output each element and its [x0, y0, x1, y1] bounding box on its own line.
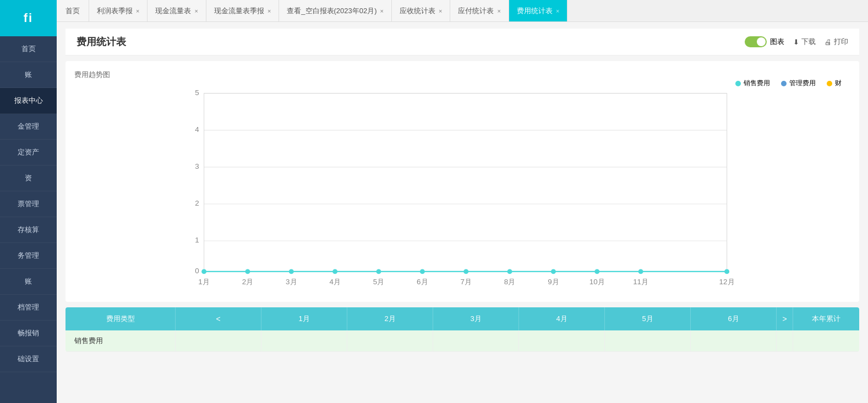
tab-ap[interactable]: 应付统计表 ×: [450, 0, 509, 22]
tab-blank[interactable]: 查看_空白报表(2023年02月) ×: [279, 0, 392, 22]
download-button[interactable]: ⬇ 下载: [793, 37, 816, 47]
sidebar-item-capital[interactable]: 资: [0, 165, 57, 191]
svg-text:2月: 2月: [242, 278, 253, 286]
next-month-button[interactable]: >: [779, 314, 790, 323]
sidebar-logo: fi: [0, 0, 57, 36]
sidebar-item-settings[interactable]: 础设置: [0, 346, 57, 372]
svg-text:0: 0: [195, 267, 199, 275]
td-m6: [691, 330, 777, 351]
sidebar-item-finance[interactable]: 金管理: [0, 114, 57, 140]
table-row: 销售费用: [65, 330, 859, 352]
tab-close-profit[interactable]: ×: [136, 8, 139, 14]
th-next-btn[interactable]: >: [777, 307, 793, 330]
tab-expense[interactable]: 费用统计表 ×: [509, 0, 567, 22]
td-m2: [347, 330, 433, 351]
th-month-5: 5月: [605, 307, 691, 330]
sidebar-item-home[interactable]: 首页: [0, 36, 57, 62]
tab-cashflow-q[interactable]: 现金流量表季报 ×: [206, 0, 279, 22]
main-area: 首页 利润表季报 × 现金流量表 × 现金流量表季报 × 查看_空白报表(202…: [57, 0, 868, 403]
tab-close-expense[interactable]: ×: [556, 8, 559, 14]
sidebar-item-invoice[interactable]: 票管理: [0, 191, 57, 217]
print-button[interactable]: 🖨 打印: [825, 37, 848, 47]
th-month-6: 6月: [691, 307, 777, 330]
svg-point-20: [507, 269, 512, 274]
svg-text:4月: 4月: [329, 278, 340, 286]
sidebar-item-archive[interactable]: 档管理: [0, 295, 57, 321]
svg-point-21: [551, 269, 556, 274]
svg-text:8月: 8月: [504, 278, 515, 286]
svg-point-17: [376, 269, 381, 274]
th-month-1: 1月: [261, 307, 347, 330]
tab-close-cashflow[interactable]: ×: [194, 8, 198, 14]
sidebar-item-assets[interactable]: 定资产: [0, 140, 57, 165]
svg-text:11月: 11月: [633, 278, 648, 286]
page-header: 费用统计表 图表 ⬇ 下载 🖨 打印: [65, 29, 859, 56]
td-total: [793, 330, 859, 351]
th-total: 本年累计: [793, 307, 859, 330]
td-m5: [605, 330, 691, 351]
svg-text:6月: 6月: [417, 278, 428, 286]
svg-text:1月: 1月: [198, 278, 209, 286]
download-icon: ⬇: [793, 38, 799, 46]
th-month-3: 3月: [433, 307, 519, 330]
svg-text:1: 1: [195, 236, 199, 244]
chart-card: 费用趋势图 销售费用 管理费用 财: [65, 61, 859, 302]
tab-close-cashflow-q[interactable]: ×: [268, 8, 271, 14]
svg-text:9月: 9月: [548, 278, 559, 286]
tabs-bar: 首页 利润表季报 × 现金流量表 × 现金流量表季报 × 查看_空白报表(202…: [57, 0, 868, 22]
chart-toggle-label: 图表: [770, 37, 784, 47]
tab-close-blank[interactable]: ×: [380, 8, 384, 14]
td-m4: [519, 330, 605, 351]
th-type: 费用类型: [65, 307, 176, 330]
svg-text:5月: 5月: [373, 278, 384, 286]
svg-point-14: [245, 269, 250, 274]
svg-point-19: [463, 269, 468, 274]
content-area: 费用统计表 图表 ⬇ 下载 🖨 打印 费用趋势图: [57, 22, 868, 403]
prev-month-button[interactable]: <: [212, 314, 223, 323]
sidebar-item-account[interactable]: 账: [0, 62, 57, 88]
svg-point-13: [201, 269, 206, 274]
svg-point-16: [332, 269, 337, 274]
chart-area: 5 4 3 2 1 0: [74, 84, 850, 293]
sidebar-item-inventory[interactable]: 存核算: [0, 217, 57, 243]
page-title: 费用统计表: [77, 35, 126, 48]
chart-svg: 5 4 3 2 1 0: [74, 84, 850, 293]
chart-toggle[interactable]: [745, 36, 767, 47]
th-month-4: 4月: [519, 307, 605, 330]
header-actions: 图表 ⬇ 下载 🖨 打印: [745, 36, 848, 47]
sidebar: fi 首页 账 报表中心 金管理 定资产 资 票管理 存核算 务管理 账 档管理…: [0, 0, 57, 403]
svg-text:3月: 3月: [286, 278, 297, 286]
table-header: 费用类型 < 1月 2月 3月 4月 5月: [65, 307, 859, 330]
svg-point-23: [638, 269, 643, 274]
td-m3: [433, 330, 519, 351]
svg-rect-12: [204, 93, 727, 272]
th-prev-btn[interactable]: <: [176, 307, 261, 330]
svg-text:4: 4: [195, 125, 199, 134]
sidebar-item-service[interactable]: 务管理: [0, 243, 57, 269]
sidebar-item-report[interactable]: 报表中心: [0, 88, 57, 114]
svg-point-24: [724, 269, 729, 274]
td-nav-space2: [777, 330, 793, 351]
tab-ar[interactable]: 应收统计表 ×: [392, 0, 450, 22]
chart-toggle-wrap[interactable]: 图表: [745, 36, 784, 47]
print-icon: 🖨: [825, 38, 832, 46]
td-nav-space: [176, 330, 261, 351]
tab-profit[interactable]: 利润表季报 ×: [89, 0, 148, 22]
svg-point-18: [420, 269, 425, 274]
data-table: 费用类型 < 1月 2月 3月 4月 5月: [65, 307, 859, 352]
tab-close-ap[interactable]: ×: [497, 8, 500, 14]
svg-text:10月: 10月: [589, 278, 605, 286]
chart-title: 费用趋势图: [74, 70, 850, 80]
sidebar-item-expense[interactable]: 畅报销: [0, 321, 57, 346]
th-month-2: 2月: [347, 307, 433, 330]
sidebar-item-ledger[interactable]: 账: [0, 269, 57, 295]
svg-point-22: [594, 269, 599, 274]
svg-point-15: [289, 269, 294, 274]
tab-home[interactable]: 首页: [57, 0, 89, 22]
svg-text:7月: 7月: [460, 278, 471, 286]
tab-close-ar[interactable]: ×: [439, 8, 442, 14]
svg-text:3: 3: [195, 162, 199, 170]
svg-text:12月: 12月: [719, 278, 735, 286]
svg-text:2: 2: [195, 199, 199, 207]
tab-cashflow[interactable]: 现金流量表 ×: [148, 0, 206, 22]
